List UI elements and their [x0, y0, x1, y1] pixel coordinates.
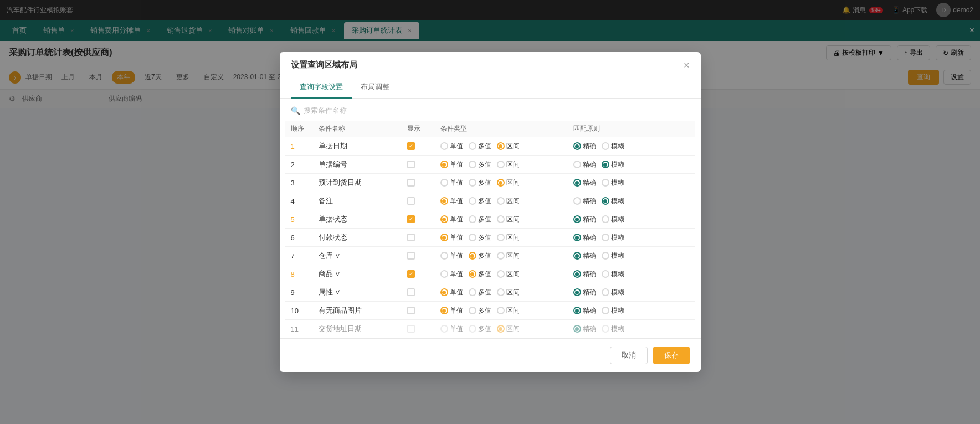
modal-tab-query-fields[interactable]: 查询字段设置	[291, 76, 352, 99]
search-input[interactable]	[304, 104, 414, 108]
modal-header: 设置查询区域布局 ×	[280, 52, 701, 76]
search-icon: 🔍	[291, 106, 300, 108]
modal-overlay[interactable]: 设置查询区域布局 × 查询字段设置 布局调整 🔍 顺序 条件名称 显示 条件类型…	[0, 0, 980, 108]
modal-tabs: 查询字段设置 布局调整	[280, 76, 701, 99]
modal-title: 设置查询区域布局	[291, 60, 357, 70]
modal-search-area: 🔍	[280, 99, 701, 108]
modal-dialog: 设置查询区域布局 × 查询字段设置 布局调整 🔍 顺序 条件名称 显示 条件类型…	[280, 52, 701, 108]
modal-tab-layout[interactable]: 布局调整	[352, 76, 398, 99]
modal-close-button[interactable]: ×	[684, 60, 690, 70]
